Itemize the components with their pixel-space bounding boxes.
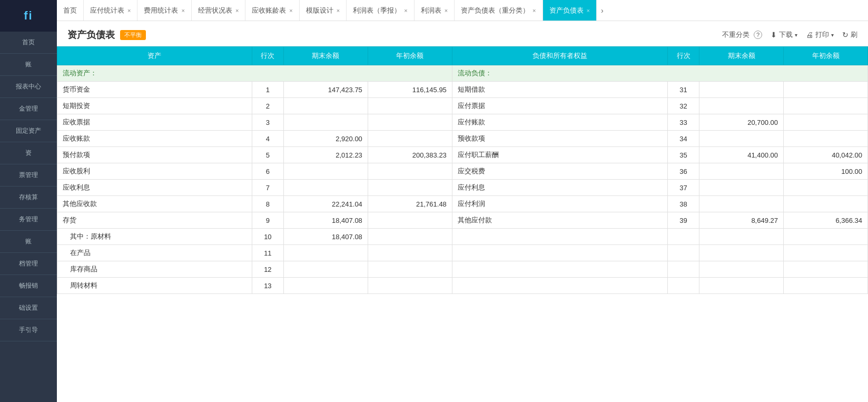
download-btn[interactable]: ⬇ 下载 ▾ — [771, 30, 797, 40]
tab-close-expense-stats[interactable]: × — [181, 7, 184, 14]
report-table: 资产 行次 期末余额 年初余额 负债和所有者权益 行次 期末余额 年初余额 流动… — [57, 46, 868, 294]
sidebar-item-settings[interactable]: 础设置 — [0, 297, 57, 319]
table-row-left-end-5: 2,012.23 — [283, 147, 368, 163]
tab-template-design[interactable]: 模版设计 × — [300, 0, 347, 21]
sidebar-item-assets[interactable]: 固定资产 — [0, 120, 57, 142]
tab-close-profit-quarterly[interactable]: × — [404, 7, 407, 14]
table-row-left-num-11: 11 — [252, 245, 283, 261]
tab-close-profit[interactable]: × — [445, 7, 448, 14]
download-icon: ⬇ — [771, 31, 777, 39]
table-row-left-item-3: 应收票据 — [57, 114, 252, 131]
table-row-left-item-13: 周转材料 — [57, 278, 252, 294]
section-left-0: 流动资产： — [57, 65, 452, 82]
table-row-right-end-5: 41,400.00 — [699, 147, 784, 163]
table-row-right-begin-9: 6,366.34 — [784, 212, 868, 229]
table-row-right-num-8: 38 — [668, 196, 699, 212]
table-row-left-begin-5: 200,383.23 — [368, 147, 452, 163]
table-row-left-begin-3 — [368, 114, 452, 131]
tab-receivable-age[interactable]: 应收账龄表 × — [245, 0, 299, 21]
sidebar-item-bills[interactable]: 票管理 — [0, 164, 57, 187]
sidebar-item-cash[interactable]: 金管理 — [0, 98, 57, 120]
table-row-left-num-5: 5 — [252, 147, 283, 163]
sidebar: fi 首页 账 报表中心 金管理 固定资产 资 票管理 存核算 务管理 账 档管… — [0, 0, 57, 402]
sidebar-item-ledger[interactable]: 账 — [0, 231, 57, 253]
table-row-left-begin-1: 116,145.95 — [368, 82, 452, 98]
table-row-right-item-1: 短期借款 — [452, 82, 667, 98]
content-area: 资产负债表 不平衡 不重分类 ? ⬇ 下载 ▾ 🖨 打印 ▾ — [57, 21, 868, 402]
tab-payable-stats[interactable]: 应付统计表 × — [84, 0, 137, 21]
sidebar-item-home[interactable]: 首页 — [0, 32, 57, 54]
table-row-left-item-7: 应收利息 — [57, 180, 252, 196]
tab-close-template-design[interactable]: × — [337, 7, 340, 14]
table-row-right-num-9: 39 — [668, 212, 699, 229]
table-row-right-num-6: 36 — [668, 163, 699, 180]
table-row-left-begin-13 — [368, 278, 452, 294]
table-row-right-end-12 — [699, 261, 784, 278]
print-icon: 🖨 — [806, 31, 813, 39]
table-row-left-item-6: 应收股利 — [57, 163, 252, 180]
table-row-right-end-3: 20,700.00 — [699, 114, 784, 131]
print-chevron-icon: ▾ — [831, 32, 834, 38]
table-row-left-num-6: 6 — [252, 163, 283, 180]
tab-profit-quarterly[interactable]: 利润表（季报） × — [347, 0, 414, 21]
tab-balance[interactable]: 资产负债表 × — [543, 0, 597, 21]
table-row-left-end-1: 147,423.75 — [283, 82, 368, 98]
col-header-end-balance-left: 期末余额 — [283, 47, 368, 65]
tab-scroll-right[interactable]: › — [597, 0, 608, 21]
tab-home[interactable]: 首页 — [57, 0, 84, 21]
table-row-left-end-4: 2,920.00 — [283, 131, 368, 147]
table-row-left-end-11 — [283, 245, 368, 261]
main-area: 首页 应付统计表 × 费用统计表 × 经营状况表 × 应收账龄表 × 模版设计 … — [57, 0, 868, 402]
refresh-btn[interactable]: ↻ 刷 — [842, 30, 857, 40]
no-reclassify-btn[interactable]: 不重分类 ? — [722, 30, 762, 40]
table-row-right-item-10 — [452, 229, 667, 245]
refresh-icon: ↻ — [842, 31, 849, 39]
help-icon[interactable]: ? — [754, 31, 762, 39]
tab-operation[interactable]: 经营状况表 × — [192, 0, 245, 21]
print-btn[interactable]: 🖨 打印 ▾ — [806, 30, 834, 40]
table-row-right-item-4: 预收款项 — [452, 131, 667, 147]
table-row-right-num-10 — [668, 229, 699, 245]
table-row-left-item-8: 其他应收款 — [57, 196, 252, 212]
table-row-left-item-10: 其中：原材料 — [57, 229, 252, 245]
table-row-right-begin-8 — [784, 196, 868, 212]
table-row-right-item-2: 应付票据 — [452, 98, 667, 114]
table-row-right-end-10 — [699, 229, 784, 245]
tab-close-operation[interactable]: × — [235, 7, 239, 14]
sidebar-item-capital[interactable]: 资 — [0, 142, 57, 164]
table-row-left-num-7: 7 — [252, 180, 283, 196]
table-row-left-num-4: 4 — [252, 131, 283, 147]
tab-close-balance[interactable]: × — [587, 7, 590, 14]
col-header-begin-balance-left: 年初余额 — [368, 47, 452, 65]
table-row-right-end-13 — [699, 278, 784, 294]
tab-profit[interactable]: 利润表 × — [415, 0, 455, 21]
table-row-right-end-1 — [699, 82, 784, 98]
table-row-left-begin-9 — [368, 212, 452, 229]
sidebar-item-expense[interactable]: 畅报销 — [0, 275, 57, 297]
sidebar-logo: fi — [0, 0, 57, 32]
table-row-left-item-9: 存货 — [57, 212, 252, 229]
tab-balance-reclassify[interactable]: 资产负债表（重分类） × — [455, 0, 542, 21]
sidebar-item-tax[interactable]: 务管理 — [0, 209, 57, 231]
col-header-row-num-left: 行次 — [252, 47, 283, 65]
table-row-right-begin-4 — [784, 131, 868, 147]
table-row-right-num-5: 35 — [668, 147, 699, 163]
table-row-right-num-11 — [668, 245, 699, 261]
sidebar-item-guide[interactable]: 手引导 — [0, 319, 57, 341]
table-row-right-begin-11 — [784, 245, 868, 261]
table-row-right-num-3: 33 — [668, 114, 699, 131]
tab-close-payable-stats[interactable]: × — [127, 7, 131, 14]
table-row-left-num-8: 8 — [252, 196, 283, 212]
sidebar-item-account[interactable]: 账 — [0, 54, 57, 76]
tab-close-balance-reclassify[interactable]: × — [532, 7, 536, 14]
tab-expense-stats[interactable]: 费用统计表 × — [137, 0, 191, 21]
sidebar-item-archive[interactable]: 档管理 — [0, 253, 57, 275]
sidebar-item-inventory[interactable]: 存核算 — [0, 187, 57, 209]
table-row-left-num-9: 9 — [252, 212, 283, 229]
sidebar-item-reports[interactable]: 报表中心 — [0, 76, 57, 98]
table-row-left-end-2 — [283, 98, 368, 114]
table-row-right-num-12 — [668, 261, 699, 278]
tab-close-receivable-age[interactable]: × — [289, 7, 292, 14]
table-row-right-end-4 — [699, 131, 784, 147]
table-row-left-end-12 — [283, 261, 368, 278]
